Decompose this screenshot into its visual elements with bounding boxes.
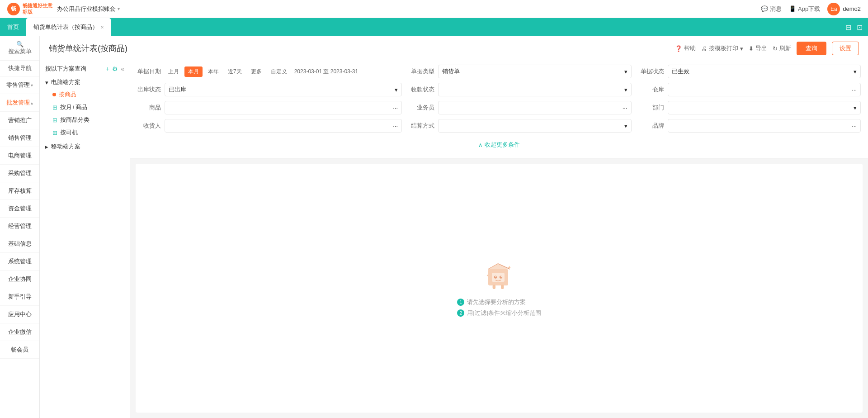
sidebar-item-newbie[interactable]: 新手引导 [0,288,39,306]
svg-text:✦: ✦ [507,265,511,270]
date-tab-this-month[interactable]: 本月 [184,66,203,77]
enterprise-label: 企业协同 [8,275,32,283]
query-button[interactable]: 查询 [797,42,826,55]
warehouse-label: 仓库 [641,86,668,94]
tab-active[interactable]: 销货单统计表（按商品） × [26,18,111,36]
message-button[interactable]: 💬 消息 [761,5,782,13]
receiver-select[interactable]: ··· [165,119,402,133]
sidebar-item-system[interactable]: 系统管理 [0,253,39,271]
workspace-arrow-icon: ▾ [118,6,120,11]
type-label: 单据类型 [411,67,438,76]
warehouse-field: 仓库 ··· [641,83,861,96]
refresh-label: 刷新 [779,44,791,52]
settings-scheme-icon[interactable]: ⚙ [112,65,118,72]
scheme-item-by-driver[interactable]: ⊞ 按司机 [40,126,130,139]
sidebar-item-sales[interactable]: 销售管理 [0,129,39,147]
out-status-select[interactable]: 已出库 ▾ [165,83,402,96]
salesman-label: 业务员 [411,104,438,112]
tab-close-icon[interactable]: × [101,24,104,30]
help-label: 帮助 [684,44,696,52]
date-tab-7days[interactable]: 近7天 [224,66,245,77]
goods-more-icon: ··· [393,104,398,111]
type-dropdown-icon: ▾ [624,68,627,75]
sidebar-item-inventory[interactable]: 库存核算 [0,182,39,200]
top-bar-left: 畅 畅捷通好生意 标版 办公用品行业模拟账套 ▾ [7,3,120,15]
export-button[interactable]: ⬇ 导出 [749,44,767,52]
department-select[interactable]: ▾ [668,101,861,114]
sidebar-item-marketing[interactable]: 营销推广 [0,112,39,129]
add-scheme-icon[interactable]: + [106,65,109,72]
sidebar-item-retail[interactable]: 零售管理 ▾ [0,76,39,94]
logo-text: 畅捷通好生意 标版 [23,3,52,14]
goods-label: 商品 [137,104,165,112]
tab-maximize-icon[interactable]: ⊡ [857,23,863,32]
date-tab-custom[interactable]: 自定义 [267,66,291,77]
brand-select[interactable]: ··· [668,119,861,133]
basic-info-label: 基础信息 [8,240,32,248]
sidebar-item-finance[interactable]: 资金管理 [0,200,39,218]
payment-status-select[interactable]: ▾ [438,83,632,96]
settlement-field: 结算方式 ▾ [411,119,632,133]
sidebar-item-purchase[interactable]: 采购管理 [0,165,39,182]
print-label: 按模板打印 [709,44,738,52]
status-value: 已生效 [672,67,689,76]
refresh-button[interactable]: ↻ 刷新 [773,44,791,52]
type-select[interactable]: 销货单 ▾ [438,65,632,78]
scheme-active-dot [52,93,56,96]
tab-minimize-icon[interactable]: ⊟ [845,23,851,32]
salesman-select[interactable]: ··· [438,101,632,114]
scheme-by-month-goods-label: 按月+商品 [60,103,87,111]
out-status-field: 出库状态 已出库 ▾ [137,83,402,96]
payment-status-field: 收款状态 ▾ [411,83,632,96]
sidebar-search-label: 搜索菜单 [4,48,36,56]
scheme-by-category-label: 按商品分类 [60,116,90,124]
app-download-icon: 📱 [789,5,796,12]
sidebar-item-member[interactable]: 畅会员 [0,341,39,359]
collapse-scheme-icon[interactable]: « [121,65,124,72]
logo-area: 畅 畅捷通好生意 标版 [7,3,52,15]
member-label: 畅会员 [11,346,28,354]
scheme-item-by-month-goods[interactable]: ⊞ 按月+商品 [40,101,130,114]
logo-icon: 畅 [7,3,20,15]
collapse-filter-button[interactable]: ∧ 收起更多条件 [137,137,861,152]
sidebar-search[interactable]: 🔍 搜索菜单 [0,36,39,61]
sidebar-item-wechat[interactable]: 企业微信 [0,323,39,341]
page-header: 销货单统计表(按商品) ❓ 帮助 🖨 按模板打印 ▾ ⬇ 导出 ↻ 刷新 [40,36,868,59]
top-bar-right: 💬 消息 📱 App下载 Ea demo2 [761,3,861,15]
sidebar-item-wholesale[interactable]: 批发管理 ▴ [0,94,39,112]
date-tab-more[interactable]: 更多 [247,66,265,77]
sidebar-item-ecommerce[interactable]: 电商管理 [0,147,39,165]
workspace-selector[interactable]: 办公用品行业模拟账套 ▾ [57,5,120,13]
receiver-field: 收货人 ··· [137,119,402,133]
print-arrow-icon: ▾ [740,45,743,52]
goods-select[interactable]: ··· [165,101,402,114]
settlement-select[interactable]: ▾ [438,119,632,133]
app-download-button[interactable]: 📱 App下载 [789,5,820,13]
date-tab-this-year[interactable]: 本年 [204,66,222,77]
inventory-label: 库存核算 [8,187,32,195]
sidebar-item-operations[interactable]: 经营管理 [0,218,39,235]
tab-home-label: 首页 [7,23,19,31]
sidebar-item-basic-info[interactable]: 基础信息 [0,235,39,253]
settings-button[interactable]: 设置 [832,42,859,55]
sidebar-item-enterprise[interactable]: 企业协同 [0,271,39,288]
print-button[interactable]: 🖨 按模板打印 ▾ [701,44,743,52]
date-tab-last-month[interactable]: 上月 [165,66,183,77]
content-area: 销货单统计表(按商品) ❓ 帮助 🖨 按模板打印 ▾ ⬇ 导出 ↻ 刷新 [40,36,868,418]
help-button[interactable]: ❓ 帮助 [675,44,696,52]
pc-scheme-title[interactable]: ▾ 电脑端方案 [40,76,130,88]
scheme-by-driver-label: 按司机 [60,128,78,137]
warehouse-select[interactable]: ··· [668,83,861,96]
sidebar-quick-nav[interactable]: 快捷导航 [0,61,39,76]
salesman-field: 业务员 ··· [411,101,632,114]
empty-tip-2: 2 用[过滤]条件来缩小分析范围 [457,309,541,317]
sidebar-item-app-center[interactable]: 应用中心 [0,306,39,323]
status-select[interactable]: 已生效 ▾ [668,65,861,78]
mobile-scheme-group[interactable]: ▸ 移动端方案 [40,141,130,152]
tab-home[interactable]: 首页 [0,18,26,36]
date-range-value: 2023-03-01 至 2023-03-31 [294,68,358,76]
user-area[interactable]: Ea demo2 [827,3,861,15]
message-label: 消息 [770,5,782,13]
scheme-item-by-category[interactable]: ⊞ 按商品分类 [40,114,130,126]
scheme-item-by-goods[interactable]: 按商品 [40,88,130,101]
